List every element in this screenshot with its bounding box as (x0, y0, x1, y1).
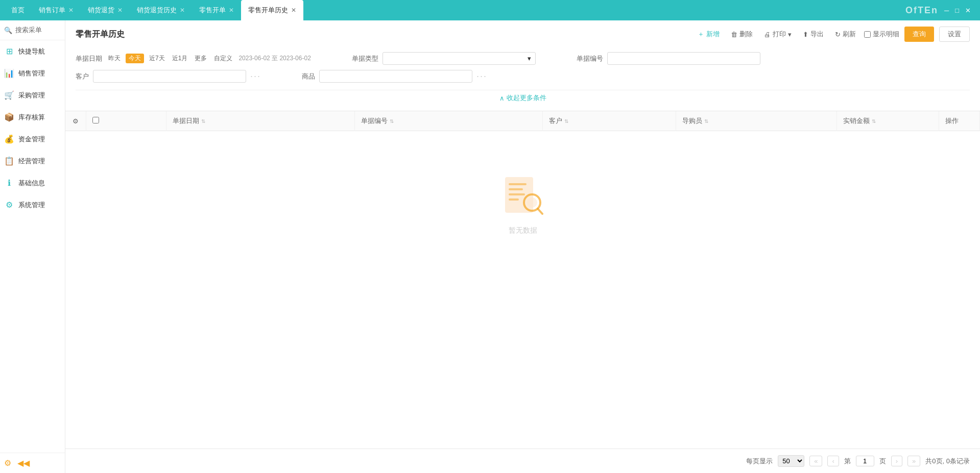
content-area: 零售开单历史 ＋ 新增 🗑 删除 🖨 打印 ▾ (65, 20, 980, 473)
sidebar-item-label: 系统管理 (18, 201, 45, 210)
date-custom[interactable]: 自定义 (212, 54, 234, 63)
refresh-button[interactable]: ↻ 刷新 (832, 28, 859, 41)
collapse-row: ∧ 收起更多条件 (76, 90, 970, 106)
product-filter-label: 商品 (302, 72, 315, 81)
delete-button[interactable]: 🗑 删除 (728, 28, 756, 41)
add-button[interactable]: ＋ 新增 (695, 28, 723, 41)
tab-sales-return-history[interactable]: 销货退货历史 ✕ (130, 0, 192, 20)
tab-sales-return[interactable]: 销货退货 ✕ (81, 0, 130, 20)
query-button[interactable]: 查询 (904, 27, 934, 42)
sidebar-item-label: 库存核算 (18, 113, 45, 122)
close-sales-return-icon[interactable]: ✕ (117, 7, 123, 14)
table-check-col (86, 111, 166, 131)
date-yesterday[interactable]: 昨天 (106, 54, 123, 63)
sidebar-item-purchase[interactable]: 🛒 采购管理 (0, 84, 65, 106)
window-close-icon[interactable]: ✕ (965, 7, 971, 14)
page-header: 零售开单历史 ＋ 新增 🗑 删除 🖨 打印 ▾ (65, 20, 980, 111)
filter-number: 单据编号 (577, 52, 760, 65)
number-sort-icon: ⇅ (390, 118, 394, 124)
page-label: 页 (879, 457, 886, 466)
finance-icon: 💰 (4, 134, 14, 144)
table-number-col: 单据编号 ⇅ (354, 111, 543, 131)
sidebar-item-navigation[interactable]: ⊞ 快捷导航 (0, 40, 65, 62)
show-detail-input[interactable] (864, 31, 871, 38)
close-retail-history-icon[interactable]: ✕ (291, 7, 296, 14)
export-button[interactable]: ⬆ 导出 (800, 28, 827, 41)
settings-bottom-icon[interactable]: ⚙ (4, 458, 11, 468)
collapse-sidebar-icon[interactable]: ◀◀ (17, 458, 30, 468)
sidebar-item-basic-info[interactable]: ℹ 基础信息 (0, 172, 65, 194)
settings-button[interactable]: 设置 (939, 27, 970, 42)
tab-home[interactable]: + 新增 首页 (4, 0, 32, 20)
tab-retail-history[interactable]: 零售开单历史 ✕ (241, 0, 303, 20)
product-filter-input[interactable] (319, 70, 472, 83)
svg-rect-3 (509, 193, 525, 195)
last-page-button[interactable]: » (907, 456, 920, 466)
print-button[interactable]: 🖨 打印 ▾ (761, 28, 795, 41)
date-today[interactable]: 今天 (126, 54, 144, 63)
type-select[interactable]: ▾ (383, 52, 536, 65)
sidebar-item-label: 经营管理 (18, 157, 45, 166)
date-sort-header[interactable]: 单据日期 ⇅ (173, 116, 348, 126)
amount-sort-header[interactable]: 实销金额 ⇅ (843, 116, 933, 126)
table-header: ⚙ 单据日期 ⇅ 单据编号 (65, 111, 980, 131)
number-sort-header[interactable]: 单据编号 ⇅ (361, 116, 537, 126)
select-all-checkbox[interactable] (92, 117, 99, 123)
table-area: ⚙ 单据日期 ⇅ 单据编号 (65, 111, 980, 449)
close-sales-order-icon[interactable]: ✕ (68, 7, 74, 14)
customer-select-icon[interactable]: ··· (250, 71, 261, 82)
delete-icon: 🗑 (731, 31, 737, 38)
empty-icon (497, 172, 548, 218)
close-return-history-icon[interactable]: ✕ (180, 7, 185, 14)
tab-retail-order[interactable]: 零售开单 ✕ (192, 0, 241, 20)
sidebar-item-operations[interactable]: 📋 经营管理 (0, 150, 65, 172)
svg-point-6 (527, 197, 537, 208)
product-select-icon[interactable]: ··· (476, 71, 487, 82)
sidebar-item-sales[interactable]: 📊 销售管理 (0, 62, 65, 84)
type-dropdown-icon: ▾ (528, 55, 531, 62)
filter-type: 单据类型 ▾ (352, 52, 536, 65)
table-date-col: 单据日期 ⇅ (166, 111, 354, 131)
next-page-button[interactable]: › (891, 456, 902, 466)
table-amount-col: 实销金额 ⇅ (837, 111, 939, 131)
total-label: 共0页, 0条记录 (925, 457, 970, 466)
prev-page-button[interactable]: ‹ (827, 456, 839, 466)
sidebar-item-label: 快捷导航 (18, 47, 45, 56)
per-page-label: 每页显示 (746, 457, 773, 466)
sidebar-item-label: 基础信息 (18, 179, 45, 188)
sidebar-item-system[interactable]: ⚙ 系统管理 (0, 194, 65, 216)
show-detail-checkbox[interactable]: 显示明细 (864, 30, 899, 39)
window-minimize-icon[interactable]: ─ (944, 7, 949, 14)
filter-area: 单据日期 昨天 今天 近7天 近1月 更多 自定义 2023-06-02 至 2… (76, 47, 970, 111)
date-sort-icon: ⇅ (201, 118, 205, 124)
current-page-input[interactable] (856, 456, 874, 466)
sidebar-item-inventory[interactable]: 📦 库存核算 (0, 106, 65, 128)
sidebar-item-label: 销售管理 (18, 69, 45, 78)
filter-row-1: 单据日期 昨天 今天 近7天 近1月 更多 自定义 2023-06-02 至 2… (76, 52, 970, 65)
customer-sort-header[interactable]: 客户 ⇅ (549, 116, 670, 126)
per-page-select[interactable]: 50 10 20 100 (778, 455, 804, 467)
navigation-icon: ⊞ (4, 46, 14, 56)
close-retail-order-icon[interactable]: ✕ (229, 7, 234, 14)
window-maximize-icon[interactable]: □ (955, 7, 959, 14)
tab-sales-order[interactable]: 销售订单 ✕ (32, 0, 81, 20)
date-7days[interactable]: 近7天 (147, 54, 167, 63)
date-more[interactable]: 更多 (193, 54, 209, 63)
table-settings-col[interactable]: ⚙ (65, 111, 86, 131)
toolbar: ＋ 新增 🗑 删除 🖨 打印 ▾ ⬆ 导出 (695, 27, 970, 42)
first-page-button[interactable]: « (809, 456, 822, 466)
date-1month[interactable]: 近1月 (170, 54, 190, 63)
empty-state: 暂无数据 (65, 131, 980, 276)
table-action-col: 操作 (939, 111, 980, 131)
customer-filter-input[interactable] (93, 70, 246, 83)
sidebar-item-finance[interactable]: 💰 资金管理 (0, 128, 65, 150)
page-word: 第 (844, 457, 851, 466)
guide-sort-header[interactable]: 导购员 ⇅ (682, 116, 830, 126)
filter-date: 单据日期 昨天 今天 近7天 近1月 更多 自定义 2023-06-02 至 2… (76, 54, 311, 63)
collapse-button[interactable]: ∧ 收起更多条件 (499, 93, 546, 103)
number-filter-input[interactable] (607, 52, 760, 65)
filter-product: 商品 ··· (302, 70, 487, 83)
print-icon: 🖨 (764, 31, 771, 38)
sidebar-search[interactable]: 🔍 搜索采单 (0, 20, 65, 40)
customer-sort-icon: ⇅ (564, 118, 568, 124)
